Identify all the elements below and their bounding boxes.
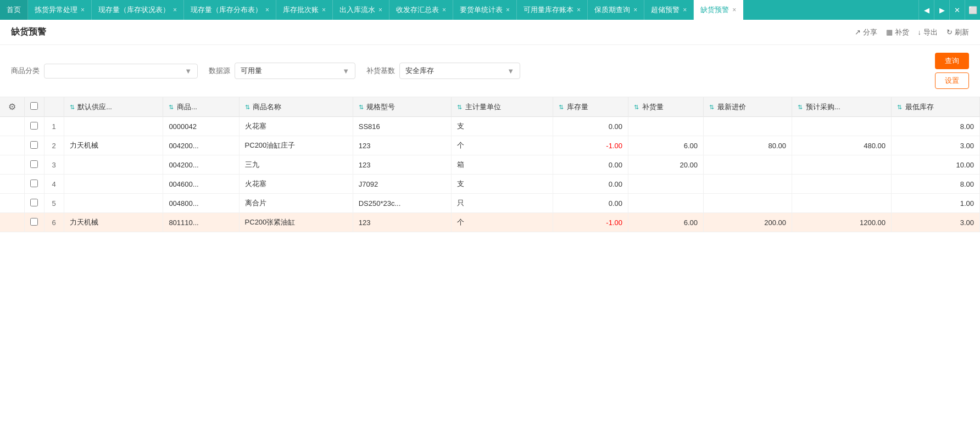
tab-exception[interactable]: 拣货异常处理 × [28, 0, 92, 20]
gear-icon[interactable]: ⚙ [8, 102, 16, 111]
sort-icon-product-code: ⇅ [169, 104, 174, 110]
th-product-code[interactable]: ⇅ 商品... [163, 97, 239, 117]
td-checkbox-3[interactable] [24, 175, 44, 194]
refresh-button[interactable]: ↻ 刷新 [946, 27, 969, 37]
td-product-name-3: 火花塞 [239, 175, 353, 194]
td-product-name-5: PC200张紧油缸 [239, 213, 353, 232]
th-default-supplier[interactable]: ⇅ 默认供应... [64, 97, 163, 117]
tab-overstock[interactable]: 超储预警 × [644, 0, 694, 20]
tab-close-stock-status[interactable]: × [173, 6, 177, 14]
share-icon: ↗ [855, 28, 861, 36]
sort-icon-estimated-purchase: ⇅ [798, 104, 803, 110]
td-latest-price-0 [704, 117, 792, 136]
settings-button[interactable]: 设置 [935, 72, 969, 89]
select-all-checkbox[interactable] [30, 102, 38, 110]
category-arrow-icon: ▼ [185, 67, 192, 75]
td-product-code-4: 004800... [163, 194, 239, 213]
table-row: 2 力天机械 004200... PC200油缸庄子 123 个 -1.00 6… [0, 136, 980, 155]
refresh-icon: ↻ [946, 28, 953, 36]
row-checkbox-3[interactable] [30, 180, 38, 187]
tab-close-stock-dist[interactable]: × [265, 6, 269, 14]
td-stock-qty-1: -1.00 [553, 136, 628, 155]
td-stock-qty-0: 0.00 [553, 117, 628, 136]
tab-stock-status[interactable]: 现存量（库存状况表） × [92, 0, 184, 20]
td-spec-1: 123 [353, 136, 451, 155]
td-min-stock-3: 8.00 [891, 175, 979, 194]
datasource-dropdown[interactable]: 可用量 ▼ [235, 63, 355, 79]
td-unit-2: 箱 [452, 155, 553, 175]
th-replenish-qty[interactable]: ⇅ 补货量 [628, 97, 703, 117]
td-min-stock-0: 8.00 [891, 117, 979, 136]
tab-receipt-summary[interactable]: 收发存汇总表 × [389, 0, 453, 20]
td-checkbox-4[interactable] [24, 194, 44, 213]
tab-home[interactable]: 首页 [0, 0, 28, 20]
th-min-stock[interactable]: ⇅ 最低库存 [891, 97, 979, 117]
tab-close-shortage[interactable]: × [732, 6, 736, 14]
tab-expiry-query[interactable]: 保质期查询 × [588, 0, 644, 20]
tab-restore-button[interactable]: ⬜ [965, 0, 980, 20]
row-checkbox-5[interactable] [30, 218, 38, 226]
td-gear-1 [0, 136, 24, 155]
tab-close-all-button[interactable]: ✕ [949, 0, 965, 20]
td-min-stock-2: 10.00 [891, 155, 979, 175]
tab-stock-dist[interactable]: 现存量（库存分布表） × [184, 0, 276, 20]
th-latest-price[interactable]: ⇅ 最新进价 [704, 97, 792, 117]
tab-close-inout-flow[interactable]: × [378, 6, 382, 14]
td-estimated-purchase-1: 480.00 [792, 136, 892, 155]
td-checkbox-5[interactable] [24, 213, 44, 232]
td-gear-2 [0, 155, 24, 175]
datasource-filter-group: 数据源 可用量 ▼ [209, 63, 355, 79]
td-checkbox-1[interactable] [24, 136, 44, 155]
tab-close-available-ledger[interactable]: × [577, 6, 581, 14]
td-checkbox-2[interactable] [24, 155, 44, 175]
tab-batch[interactable]: 库存批次账 × [276, 0, 333, 20]
tab-close-demand-stats[interactable]: × [506, 6, 510, 14]
th-row-num [44, 97, 64, 117]
td-row-num-0: 1 [44, 117, 64, 136]
tab-close-expiry-query[interactable]: × [633, 6, 637, 14]
td-row-num-3: 4 [44, 175, 64, 194]
th-spec[interactable]: ⇅ 规格型号 [353, 97, 451, 117]
td-product-name-0: 火花塞 [239, 117, 353, 136]
td-replenish-qty-3 [628, 175, 703, 194]
category-dropdown[interactable]: ▼ [44, 64, 198, 79]
query-button[interactable]: 查询 [935, 53, 969, 69]
tab-next-button[interactable]: ▶ [934, 0, 949, 20]
replenish-button[interactable]: ▦ 补货 [886, 27, 909, 37]
datasource-value: 可用量 [241, 66, 262, 76]
th-gear[interactable]: ⚙ [0, 97, 24, 117]
th-estimated-purchase[interactable]: ⇅ 预计采购... [792, 97, 892, 117]
td-row-num-1: 2 [44, 136, 64, 155]
replenish-base-filter-group: 补货基数 安全库存 ▼ [366, 63, 520, 79]
tab-shortage[interactable]: 缺货预警 × [694, 0, 743, 20]
th-unit[interactable]: ⇅ 主计量单位 [452, 97, 553, 117]
th-stock-qty[interactable]: ⇅ 库存量 [553, 97, 628, 117]
row-checkbox-2[interactable] [30, 160, 38, 168]
shortage-table: ⚙ ⇅ 默认供应... ⇅ 商品... ⇅ [0, 97, 980, 232]
share-button[interactable]: ↗ 分享 [855, 27, 877, 37]
sort-icon-min-stock: ⇅ [897, 104, 902, 110]
replenish-base-dropdown[interactable]: 安全库存 ▼ [399, 63, 520, 79]
td-stock-qty-5: -1.00 [553, 213, 628, 232]
tab-close-receipt-summary[interactable]: × [442, 6, 446, 14]
td-checkbox-0[interactable] [24, 117, 44, 136]
tab-prev-button[interactable]: ◀ [918, 0, 934, 20]
td-supplier-3 [64, 175, 163, 194]
td-unit-3: 支 [452, 175, 553, 194]
tab-close-overstock[interactable]: × [683, 6, 687, 14]
row-checkbox-1[interactable] [30, 141, 38, 149]
th-checkbox[interactable] [24, 97, 44, 117]
td-estimated-purchase-4 [792, 194, 892, 213]
tab-available-ledger[interactable]: 可用量库存账本 × [517, 0, 588, 20]
row-checkbox-0[interactable] [30, 122, 38, 130]
td-stock-qty-2: 0.00 [553, 155, 628, 175]
td-row-num-5: 6 [44, 213, 64, 232]
tab-close-exception[interactable]: × [81, 6, 85, 14]
row-checkbox-4[interactable] [30, 199, 38, 206]
tab-close-batch[interactable]: × [322, 6, 326, 14]
tab-demand-stats[interactable]: 要货单统计表 × [453, 0, 517, 20]
export-button[interactable]: ↓ 导出 [918, 27, 938, 37]
th-product-name[interactable]: ⇅ 商品名称 [239, 97, 353, 117]
tab-inout-flow[interactable]: 出入库流水 × [333, 0, 389, 20]
td-product-name-4: 离合片 [239, 194, 353, 213]
